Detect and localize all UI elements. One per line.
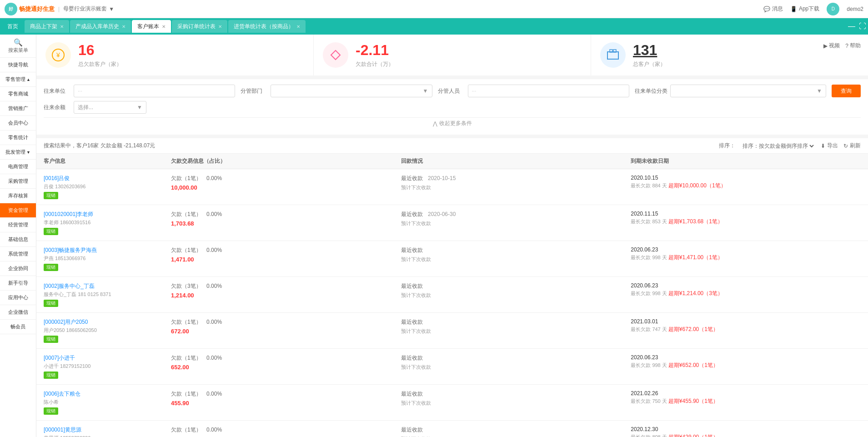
person-input[interactable]: ··· <box>468 85 629 97</box>
table-row: [0006]去下粮仓 陈小希 现销 欠款（1笔） 0.00% 455.90 最近… <box>36 385 868 421</box>
sidebar-item-ops[interactable]: 经营管理 <box>0 218 36 232</box>
customer-info-1: [0001020001]李老师 李老师 18600391516 现销 <box>44 211 171 235</box>
unit-category-input[interactable]: ▼ <box>670 85 826 97</box>
customer-name-5[interactable]: [0007]小进千 <box>44 355 75 361</box>
payback-info-3: 最近收款 预计下次收款 <box>401 282 631 299</box>
sidebar-item-inventory[interactable]: 库存核算 <box>0 189 36 203</box>
tab-purchase-summary-close[interactable]: ✕ <box>218 24 222 29</box>
overdue-info-5: 2020.06.23 最长欠款 998 天 超期¥652.00（1笔） <box>631 354 861 369</box>
sidebar-item-retail-stats[interactable]: 零售统计 <box>0 131 36 145</box>
tab-home[interactable]: 首页 <box>2 20 24 33</box>
payback-info-7: 最近收款 预计下次收款 <box>401 426 631 437</box>
payback-next-0: 预计下次收款 <box>401 184 631 191</box>
sidebar-member-label: 会员中心 <box>8 120 28 126</box>
customer-info-0: [0016]吕俊 吕俊 13026203696 现销 <box>44 175 171 199</box>
stat-value-total-customers: 131 <box>633 42 666 59</box>
sidebar-item-member[interactable]: 会员中心 <box>0 116 36 131</box>
logo[interactable]: 好 畅捷通好生意 <box>5 3 55 15</box>
debt-info-0: 欠款（1笔） 0.00% 10,000.00 <box>171 175 401 191</box>
sidebar-item-quick-nav[interactable]: 快捷导航 <box>0 58 36 72</box>
username: demo2 <box>847 6 863 12</box>
tab-production-close[interactable]: ✕ <box>122 24 125 29</box>
sort-select[interactable]: 排序：按欠款金额倒序排序 <box>741 142 815 150</box>
sidebar-item-ecommerce[interactable]: 电商管理 <box>0 160 36 174</box>
chevron-down-icon: ▼ <box>26 150 30 155</box>
sidebar-search[interactable]: 🔍 搜索菜单 <box>0 35 36 58</box>
sidebar-item-marketing[interactable]: 营销推广 <box>0 101 36 116</box>
tab-inbound-summary[interactable]: 进货单统计表（按商品） ✕ <box>228 20 306 33</box>
payback-info-0: 最近收款 2020-10-15 预计下次收款 <box>401 175 631 191</box>
customer-phone-0: 吕俊 13026203696 <box>44 183 171 190</box>
collapse-icon: ⋀ <box>433 121 437 127</box>
sidebar-item-apps[interactable]: 应用中心 <box>0 291 36 305</box>
help-link[interactable]: ? 帮助 <box>845 42 861 50</box>
sidebar-retail-stats-label: 零售统计 <box>8 135 28 140</box>
sidebar-item-vip[interactable]: 畅会员 <box>0 320 36 334</box>
sidebar-item-retail-shop[interactable]: 零售商城 <box>0 87 36 101</box>
tab-goods[interactable]: 商品上下架 ✕ <box>25 20 69 33</box>
export-btn[interactable]: ⬇ 导出 <box>821 142 838 150</box>
sidebar-quick-nav-label: 快捷导航 <box>8 62 28 67</box>
avatar[interactable]: D <box>827 3 839 15</box>
filter-area: 往来单位 ··· 分管部门 ▼ 分管人员 ··· <box>36 79 868 135</box>
sidebar-apps-label: 应用中心 <box>8 295 28 300</box>
top-bar-left: 好 畅捷通好生意 | 母婴行业演示账套 ▼ <box>5 3 114 15</box>
customer-phone-2: 尹燕 18513066976 <box>44 255 171 262</box>
filter-unit-category: 往来单位分类 ▼ <box>635 85 826 97</box>
sidebar-item-retail-mgmt[interactable]: 零售管理 ▲ <box>0 72 36 87</box>
overdue-info-2: 2020.06.23 最长欠款 998 天 超期¥1,471.00（1笔） <box>631 246 861 261</box>
debt-info-6: 欠款（1笔） 0.00% 455.90 <box>171 390 401 407</box>
dept-input[interactable]: ▼ <box>271 85 432 97</box>
sidebar-item-capital[interactable]: 资金管理 <box>0 203 36 218</box>
sidebar-basic-label: 基础信息 <box>8 236 28 242</box>
tab-maximize-icon[interactable]: ⛶ <box>859 22 866 30</box>
app-download-btn[interactable]: 📱 App下载 <box>790 5 819 13</box>
filter-unit-category-label: 往来单位分类 <box>635 87 667 95</box>
customer-name-7[interactable]: [000001]黄思源 <box>44 427 81 433</box>
tab-minimize-icon[interactable]: — <box>848 22 855 30</box>
collapse-button[interactable]: ⋀ 收起更多条件 <box>44 117 861 129</box>
customer-name-3[interactable]: [0002]服务中心_丁磊 <box>44 283 95 289</box>
sidebar-item-batch-mgmt[interactable]: 批发管理 ▼ <box>0 145 36 160</box>
search-button[interactable]: 查询 <box>832 85 861 97</box>
customer-name-0[interactable]: [0016]吕俊 <box>44 175 70 181</box>
tab-goods-close[interactable]: ✕ <box>60 24 64 29</box>
tab-inbound-summary-close[interactable]: ✕ <box>296 24 300 29</box>
customer-name-2[interactable]: [0003]畅捷服务尹海燕 <box>44 247 97 253</box>
tab-customer-close[interactable]: ✕ <box>162 24 166 29</box>
tab-inbound-summary-label: 进货单统计表（按商品） <box>234 23 294 30</box>
debt-info-5: 欠款（1笔） 0.00% 652.00 <box>171 354 401 371</box>
customer-name-6[interactable]: [0006]去下粮仓 <box>44 391 80 397</box>
sidebar-item-system[interactable]: 系统管理 <box>0 247 36 261</box>
stat-top-links: ▶ 视频 ? 帮助 <box>823 42 861 50</box>
tab-purchase-summary[interactable]: 采购订单统计表 ✕ <box>172 20 227 33</box>
source-unit-input[interactable]: ··· <box>74 85 235 97</box>
sidebar-search-label: 搜索菜单 <box>2 47 34 54</box>
customer-name-1[interactable]: [0001020001]李老师 <box>44 211 93 217</box>
customer-name-4[interactable]: [000002]用户2050 <box>44 319 88 325</box>
debt-info-4: 欠款（1笔） 0.00% 672.00 <box>171 318 401 335</box>
overdue-amount-0[interactable]: 超期¥10,000.00（1笔） <box>668 182 726 189</box>
sidebar-item-purchase[interactable]: 采购管理 <box>0 174 36 189</box>
sidebar-item-enterprise[interactable]: 企业协同 <box>0 261 36 276</box>
tab-customer[interactable]: 客户账本 ✕ <box>132 20 171 33</box>
sidebar-item-wechat[interactable]: 企业微信 <box>0 305 36 320</box>
table-row: [0001020001]李老师 李老师 18600391516 现销 欠款（1笔… <box>36 205 868 241</box>
message-btn[interactable]: 💬 消息 <box>763 5 783 13</box>
tab-production[interactable]: 产成品入库单历史 ✕ <box>70 20 131 33</box>
sidebar-item-newbie[interactable]: 新手引导 <box>0 276 36 291</box>
filter-dept-label: 分管部门 <box>241 87 268 95</box>
customer-info-3: [0002]服务中心_丁磊 服务中心_丁磊 181 0125 8371 现销 <box>44 282 171 307</box>
balance-input[interactable]: 选择... ▼ <box>74 101 146 114</box>
sidebar-enterprise-label: 企业协同 <box>8 266 28 271</box>
refresh-btn[interactable]: ↻ 刷新 <box>843 142 861 150</box>
col-header-debt: 欠款交易信息（占比） <box>171 157 401 165</box>
store-selector[interactable]: 母婴行业演示账套 ▼ <box>63 5 114 13</box>
customer-info-7: [000001]黄思源 黄思源 13552700226 现销 <box>44 426 171 437</box>
video-link[interactable]: ▶ 视频 <box>823 42 840 50</box>
results-summary: 搜索结果中，客户16家 欠款金额 -21,148.07元 <box>44 142 155 150</box>
results-bar: 搜索结果中，客户16家 欠款金额 -21,148.07元 排序： 排序：按欠款金… <box>36 138 868 154</box>
customer-tag-2: 现销 <box>44 264 58 271</box>
sidebar-item-basic[interactable]: 基础信息 <box>0 232 36 247</box>
customer-info-2: [0003]畅捷服务尹海燕 尹燕 18513066976 现销 <box>44 246 171 271</box>
